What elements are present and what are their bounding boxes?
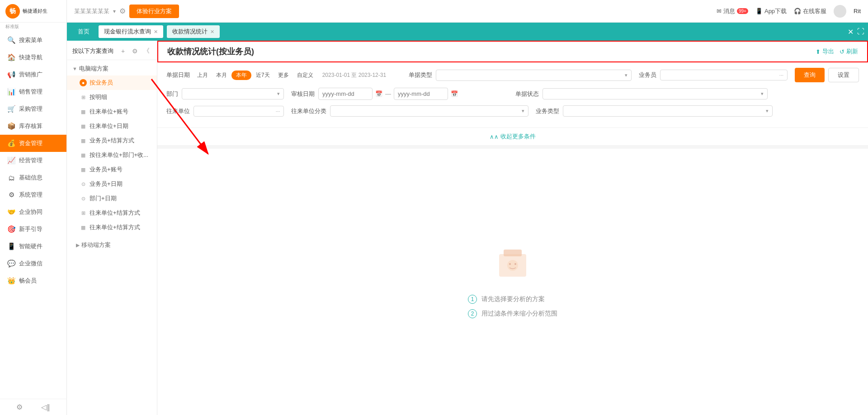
audit-date-end-input[interactable]: [394, 88, 448, 100]
audit-date-start-calendar-icon[interactable]: 📅: [375, 90, 382, 97]
scheme-group-mobile-title[interactable]: ▶ 移动端方案: [67, 238, 157, 252]
nav-label: 资金管理: [19, 139, 42, 147]
query-button[interactable]: 查询: [795, 68, 825, 82]
header-dropdown-icon[interactable]: ▾: [113, 8, 116, 14]
filter-row-1: 单据日期 上月 本月 本年 近7天 更多 自定义 20: [166, 68, 859, 82]
scheme-dept-date[interactable]: ⊙ 部门+日期: [67, 191, 157, 206]
scheme-partner-date-label: 往来单位+日期: [90, 122, 128, 130]
scheme-staff-settlement[interactable]: ▦ 业务员+结算方式: [67, 133, 157, 148]
sidebar-item-销售管理[interactable]: 📊销售管理: [0, 83, 66, 100]
date-tab-custom[interactable]: 自定义: [293, 70, 317, 80]
scheme-group-desktop-title[interactable]: ▼ 电脑端方案: [67, 62, 157, 75]
main-area: 某某某某某某 ▾ ⚙ 体验行业方案 ✉ 消息 99+ 📱 App下载 🎧 在线客…: [67, 0, 868, 415]
scheme-settings-icon[interactable]: ⚙: [130, 46, 140, 56]
filter-date: 单据日期 上月 本月 本年 近7天 更多 自定义 20: [166, 70, 401, 80]
scheme-partner-dept[interactable]: ▦ 按往来单位+部门+收...: [67, 148, 157, 162]
settings-bottom-icon[interactable]: ⚙: [16, 403, 23, 411]
sidebar-item-库存核算[interactable]: 📦库存核算: [0, 118, 66, 135]
scheme-by-detail[interactable]: ⊞ 按明细: [67, 90, 157, 104]
header-left: 某某某某某某 ▾ ⚙ 体验行业方案: [74, 5, 179, 18]
nav-icon: 🗂: [7, 174, 15, 182]
scheme-staff-acct-icon: ▦: [80, 166, 87, 173]
sidebar-item-基础信息[interactable]: 🗂基础信息: [0, 169, 66, 186]
add-scheme-icon[interactable]: +: [118, 46, 128, 56]
sidebar-item-智能硬件[interactable]: 📱智能硬件: [0, 238, 66, 255]
sidebar-item-企业微信[interactable]: 💬企业微信: [0, 255, 66, 272]
sidebar-item-经营管理[interactable]: 📈经营管理: [0, 152, 66, 169]
sidebar-item-快捷导航[interactable]: 🏠快捷导航: [0, 49, 66, 66]
date-tab-last-month[interactable]: 上月: [193, 70, 212, 80]
nav-icon: 💬: [7, 259, 15, 268]
app-download-btn[interactable]: 📱 App下载: [755, 7, 787, 15]
tab-home[interactable]: 首页: [71, 23, 97, 41]
logo-text: 畅捷通好生: [23, 8, 47, 14]
scheme-detail-label: 按明细: [90, 93, 107, 101]
partner-select[interactable]: ···: [193, 106, 284, 117]
tab-receipts[interactable]: 收款情况统计 ✕: [167, 25, 220, 38]
scheme-partner-settle2[interactable]: ▦ 往来单位+结算方式: [67, 220, 157, 235]
online-service-btn[interactable]: 🎧 在线客服: [794, 7, 826, 15]
sidebar-item-系统管理[interactable]: ⚙系统管理: [0, 186, 66, 203]
partner-category-select[interactable]: ▾: [330, 105, 528, 117]
tab-cash-flow-close[interactable]: ✕: [154, 29, 158, 35]
date-tab-more[interactable]: 更多: [274, 70, 292, 80]
messages-btn[interactable]: ✉ 消息 99+: [717, 7, 748, 15]
business-type-select[interactable]: ▾: [563, 105, 773, 117]
headset-icon: 🎧: [794, 8, 801, 14]
header-gear-icon[interactable]: ⚙: [119, 7, 126, 15]
tab-receipts-close[interactable]: ✕: [210, 29, 214, 35]
dept-select[interactable]: ▾: [182, 88, 284, 99]
sidebar-item-营销推广[interactable]: 📢营销推广: [0, 66, 66, 83]
sidebar-item-资金管理[interactable]: 💰资金管理: [0, 135, 66, 152]
partner-more-btn[interactable]: ···: [276, 108, 280, 114]
collapse-panel-icon[interactable]: 《: [142, 46, 151, 56]
user-name: Rit: [854, 8, 861, 14]
staff-select[interactable]: ···: [660, 70, 788, 80]
partner-label: 往来单位: [166, 107, 190, 115]
nav-icon: 💰: [7, 139, 15, 147]
refresh-button[interactable]: ↺ 刷新: [840, 47, 858, 56]
scheme-partner-date[interactable]: ▦ 往来单位+日期: [67, 119, 157, 133]
scheme-partner-account[interactable]: ▦ 往来单位+账号: [67, 104, 157, 119]
audit-date-start-input[interactable]: [318, 88, 373, 100]
scheme-staff-date[interactable]: ⊙ 业务员+日期: [67, 177, 157, 191]
audit-date-label: 审核日期: [291, 90, 315, 98]
collapse-filters-btn[interactable]: ∧∧ 收起更多条件: [157, 127, 868, 145]
filter-row-3: 往来单位 ··· 往来单位分类 ▾: [166, 105, 859, 117]
sidebar-item-搜索菜单[interactable]: 🔍搜索菜单: [0, 32, 66, 49]
date-tab-7days[interactable]: 近7天: [252, 70, 274, 80]
collapse-up-icon: ∧∧: [490, 133, 499, 140]
nav-label: 营销推广: [19, 71, 42, 79]
trial-button[interactable]: 体验行业方案: [129, 5, 179, 18]
sidebar-item-新手引导[interactable]: 🎯新手引导: [0, 221, 66, 238]
sidebar-item-畅会员[interactable]: 👑畅会员: [0, 272, 66, 289]
voucher-type-select[interactable]: ▾: [436, 70, 632, 81]
audit-date-end-calendar-icon[interactable]: 📅: [451, 90, 458, 97]
nav-label: 搜索菜单: [19, 36, 42, 44]
collapse-sidebar-icon[interactable]: ◁‖: [41, 403, 50, 411]
filter-partner: 往来单位 ···: [166, 106, 284, 117]
staff-more-btn[interactable]: ···: [779, 72, 783, 78]
app-download-icon: 📱: [755, 8, 763, 14]
scheme-by-staff[interactable]: ● 按业务员: [67, 75, 157, 90]
scheme-staff-account[interactable]: ▦ 业务员+账号: [67, 162, 157, 177]
sidebar-nav: 🔍搜索菜单🏠快捷导航📢营销推广📊销售管理🛒采购管理📦库存核算💰资金管理📈经营管理…: [0, 32, 66, 399]
expand-window-icon[interactable]: ⛶: [857, 28, 864, 36]
date-tab-this-month[interactable]: 本月: [212, 70, 231, 80]
filter-business-type: 业务类型 ▾: [536, 105, 773, 117]
tab-cash-flow[interactable]: 现金银行流水查询 ✕: [99, 25, 163, 38]
dept-label: 部门: [166, 90, 178, 98]
sidebar-item-采购管理[interactable]: 🛒采购管理: [0, 100, 66, 118]
sidebar-item-企业协同[interactable]: 🤝企业协同: [0, 203, 66, 221]
scheme-partner-settle1[interactable]: ⊞ 往来单位+结算方式: [67, 206, 157, 220]
user-avatar[interactable]: [834, 5, 846, 18]
tab-receipts-label: 收款情况统计: [172, 28, 208, 36]
page-title-row: 收款情况统计(按业务员) ⬆ 导出 ↺ 刷新: [158, 42, 867, 57]
close-window-icon[interactable]: ✕: [848, 28, 854, 36]
settings-button[interactable]: 设置: [828, 68, 859, 82]
nav-icon: ⚙: [7, 191, 15, 199]
tab-bar-right: ✕ ⛶: [848, 28, 864, 36]
export-button[interactable]: ⬆ 导出: [816, 47, 834, 56]
voucher-status-select[interactable]: ▾: [542, 88, 768, 99]
date-tab-this-year[interactable]: 本年: [231, 71, 251, 80]
